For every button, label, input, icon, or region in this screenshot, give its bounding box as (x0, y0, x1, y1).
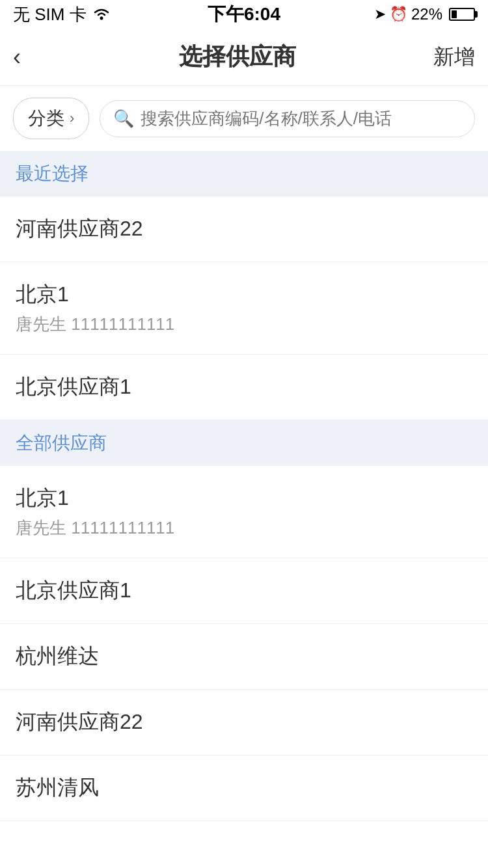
all-section-header: 全部供应商 (0, 420, 488, 466)
category-button[interactable]: 分类 › (13, 98, 89, 139)
chevron-right-icon: › (70, 110, 74, 127)
battery-text: 22% (411, 5, 442, 23)
list-item[interactable]: 河南供应商22 (0, 690, 488, 755)
status-time: 下午6:04 (208, 2, 280, 27)
list-item[interactable]: 北京1 唐先生 11111111111 (0, 466, 488, 558)
item-name: 北京1 (16, 280, 472, 309)
wifi-icon (92, 5, 111, 25)
list-item[interactable]: 北京1 唐先生 11111111111 (0, 262, 488, 355)
filter-row: 分类 › 🔍 (0, 86, 488, 151)
list-item[interactable]: 北京供应商1 (0, 558, 488, 624)
search-icon: 🔍 (113, 109, 134, 129)
item-name: 杭州维达 (16, 642, 472, 671)
search-box[interactable]: 🔍 (100, 100, 475, 137)
status-bar: 无 SIM 卡 下午6:04 ➤ ⏰ 22% (0, 0, 488, 29)
add-button[interactable]: 新增 (423, 43, 475, 72)
recent-list: 河南供应商22 北京1 唐先生 11111111111 北京供应商1 (0, 197, 488, 420)
item-name: 北京供应商1 (16, 576, 472, 605)
all-list: 北京1 唐先生 11111111111 北京供应商1杭州维达河南供应商22苏州清… (0, 466, 488, 821)
item-name: 北京1 (16, 484, 472, 513)
list-item[interactable]: 苏州清风 (0, 755, 488, 821)
list-item[interactable]: 河南供应商22 (0, 197, 488, 262)
item-name: 北京供应商1 (16, 373, 472, 401)
svg-point-0 (100, 16, 103, 20)
list-item[interactable]: 杭州维达 (0, 624, 488, 690)
category-label: 分类 (28, 106, 64, 131)
status-right: ➤ ⏰ 22% (374, 5, 475, 23)
search-input[interactable] (141, 109, 461, 129)
status-left: 无 SIM 卡 (13, 3, 111, 26)
back-button[interactable]: ‹ (13, 44, 52, 71)
list-item[interactable]: 北京供应商1 (0, 355, 488, 420)
alarm-icon: ⏰ (390, 6, 407, 23)
item-sub: 唐先生 11111111111 (16, 313, 472, 336)
item-name: 河南供应商22 (16, 215, 472, 243)
recent-section-header: 最近选择 (0, 151, 488, 197)
item-name: 苏州清风 (16, 774, 472, 802)
page-title: 选择供应商 (179, 41, 296, 73)
no-sim-text: 无 SIM 卡 (13, 3, 87, 26)
item-sub: 唐先生 11111111111 (16, 517, 472, 539)
item-name: 河南供应商22 (16, 708, 472, 737)
location-icon: ➤ (374, 6, 386, 23)
nav-bar: ‹ 选择供应商 新增 (0, 29, 488, 86)
battery-icon (449, 8, 475, 21)
